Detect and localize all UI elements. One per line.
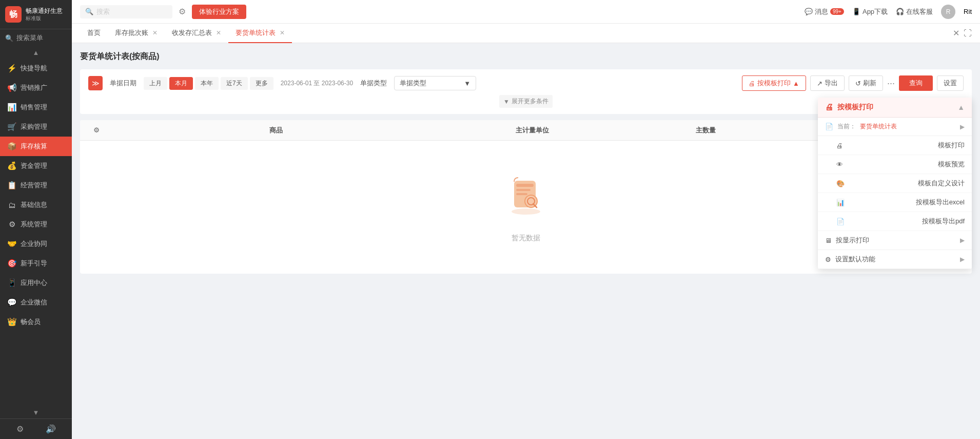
current-chevron-icon: ▶ bbox=[960, 123, 965, 130]
dropdown-item-template-print[interactable]: 🖨 模板打印 bbox=[818, 136, 972, 155]
sidebar-item-wechat[interactable]: 💬 企业微信 bbox=[0, 293, 72, 312]
tab-requisition-stats-close[interactable]: ✕ bbox=[280, 29, 285, 36]
sidebar-search[interactable]: 🔍 搜索菜单 bbox=[0, 29, 72, 47]
tab-maximize-icon[interactable]: ⛶ bbox=[964, 29, 972, 38]
enterprise-icon: 🤝 bbox=[7, 239, 16, 249]
basic-icon: 🗂 bbox=[7, 201, 16, 209]
template-custom-label: 模板自定义设计 bbox=[918, 179, 965, 188]
export-button[interactable]: ↗ 导出 bbox=[810, 75, 845, 91]
settings-button[interactable]: 设置 bbox=[937, 75, 964, 91]
sidebar-item-operations[interactable]: 📋 经营管理 bbox=[0, 176, 72, 195]
query-button[interactable]: 查询 bbox=[899, 75, 933, 91]
expand-more-button[interactable]: ▼ 展开更多条件 bbox=[499, 95, 553, 108]
dropdown-display-print-section[interactable]: 🖥 按显示打印 ▶ bbox=[818, 231, 972, 250]
sidebar-item-label: 基础信息 bbox=[21, 200, 47, 209]
table-col-settings[interactable]: ⚙ bbox=[86, 126, 107, 134]
export-excel-label: 按模板导出excel bbox=[916, 198, 965, 207]
tab-inventory-batch[interactable]: 库存批次账 ✕ bbox=[108, 24, 165, 43]
expand-more-label: 展开更多条件 bbox=[512, 97, 548, 106]
sidebar-scroll-up[interactable]: ▲ bbox=[0, 47, 72, 59]
app-title: 畅康通好生意 bbox=[26, 7, 63, 15]
date-range-display: 2023-06-01 至 2023-06-30 bbox=[281, 79, 353, 88]
sidebar-item-quick-nav[interactable]: ⚡ 快捷导航 bbox=[0, 59, 72, 78]
sidebar-item-enterprise[interactable]: 🤝 企业协同 bbox=[0, 234, 72, 254]
online-service-button[interactable]: 🎧 在线客服 bbox=[896, 7, 933, 16]
display-print-icon: 🖥 bbox=[825, 237, 832, 244]
sidebar-item-purchase[interactable]: 🛒 采购管理 bbox=[0, 117, 72, 137]
sidebar-item-label: 销售管理 bbox=[21, 103, 47, 112]
quick-nav-icon: ⚡ bbox=[7, 64, 16, 73]
filter-expand-button[interactable]: ≫ bbox=[88, 76, 103, 90]
message-label: 消息 bbox=[815, 7, 828, 16]
print-button[interactable]: 🖨 按模板打印 ▲ bbox=[742, 75, 806, 91]
col-quantity: 主数量 bbox=[619, 126, 792, 135]
sidebar-item-sales[interactable]: 📊 销售管理 bbox=[0, 98, 72, 117]
set-default-label: 设置默认功能 bbox=[835, 255, 875, 264]
dropdown-current-section[interactable]: 📄 当前： 要货单统计表 ▶ bbox=[818, 118, 972, 136]
refresh-button[interactable]: ↺ 刷新 bbox=[849, 75, 883, 91]
tab-close-all-icon[interactable]: ✕ bbox=[953, 28, 959, 38]
refresh-icon: ↺ bbox=[855, 80, 861, 87]
sidebar-item-finance[interactable]: 💰 资金管理 bbox=[0, 156, 72, 176]
date-btn-more[interactable]: 更多 bbox=[250, 77, 273, 90]
trial-button[interactable]: 体验行业方案 bbox=[192, 5, 246, 19]
dropdown-header: 🖨 按模板打印 ▲ bbox=[818, 98, 972, 118]
type-filter-select[interactable]: 单据类型 ▼ bbox=[394, 76, 476, 90]
tab-bar-actions: ✕ ⛶ bbox=[953, 28, 972, 38]
footer-speaker-icon[interactable]: 🔊 bbox=[46, 424, 56, 434]
sidebar-scroll-down[interactable]: ▼ bbox=[0, 407, 72, 418]
dropdown-item-template-preview[interactable]: 👁 模板预览 bbox=[818, 155, 972, 174]
date-btn-this-year[interactable]: 本年 bbox=[195, 77, 219, 90]
tab-requisition-stats[interactable]: 要货单统计表 ✕ bbox=[228, 24, 292, 43]
sidebar: 畅 畅康通好生意 标准版 🔍 搜索菜单 ▲ ⚡ 快捷导航 📢 营销推广 📊 销售… bbox=[0, 0, 72, 439]
sales-icon: 📊 bbox=[7, 103, 16, 112]
tab-receipt-summary-close[interactable]: ✕ bbox=[216, 29, 221, 36]
header-search-placeholder: 搜索 bbox=[96, 7, 110, 16]
header-gear-icon[interactable]: ⚙ bbox=[179, 7, 186, 16]
tab-bar: 首页 库存批次账 ✕ 收发存汇总表 ✕ 要货单统计表 ✕ ✕ ⛶ bbox=[72, 24, 980, 43]
empty-text: 暂无数据 bbox=[512, 234, 540, 243]
refresh-btn-label: 刷新 bbox=[863, 79, 876, 88]
dropdown-item-export-excel[interactable]: 📊 按模板导出excel bbox=[818, 193, 972, 212]
sidebar-item-label: 企业协同 bbox=[21, 239, 47, 249]
sidebar-item-label: 新手引导 bbox=[21, 259, 47, 268]
footer-settings-icon[interactable]: ⚙ bbox=[16, 424, 24, 434]
sidebar-item-apps[interactable]: 📱 应用中心 bbox=[0, 273, 72, 293]
tab-home[interactable]: 首页 bbox=[80, 24, 108, 43]
newbie-icon: 🎯 bbox=[7, 259, 16, 268]
online-service-label: 在线客服 bbox=[906, 7, 933, 16]
header-search-bar[interactable]: 🔍 搜索 bbox=[80, 5, 172, 18]
sidebar-item-system[interactable]: ⚙ 系统管理 bbox=[0, 215, 72, 234]
date-btn-last-month[interactable]: 上月 bbox=[144, 77, 167, 90]
avatar[interactable]: R bbox=[941, 5, 955, 19]
sidebar-item-newbie[interactable]: 🎯 新手引导 bbox=[0, 254, 72, 273]
export-excel-icon: 📊 bbox=[836, 199, 845, 206]
export-pdf-label: 按模板导出pdf bbox=[922, 217, 965, 226]
tab-home-label: 首页 bbox=[87, 28, 101, 37]
tab-inventory-batch-label: 库存批次账 bbox=[115, 28, 148, 37]
tab-receipt-summary[interactable]: 收发存汇总表 ✕ bbox=[165, 24, 228, 43]
more-options-icon[interactable]: ··· bbox=[887, 78, 895, 89]
dropdown-close-icon[interactable]: ▲ bbox=[957, 103, 965, 111]
print-btn-label: 按模板打印 bbox=[757, 79, 791, 88]
tab-inventory-batch-close[interactable]: ✕ bbox=[152, 29, 158, 36]
dropdown-item-template-custom[interactable]: 🎨 模板自定义设计 bbox=[818, 174, 972, 193]
app-download-button[interactable]: 📱 App下载 bbox=[852, 7, 888, 16]
logo-text: 畅康通好生意 标准版 bbox=[26, 7, 63, 23]
message-button[interactable]: 💬 消息 99+ bbox=[805, 7, 844, 16]
sidebar-item-inventory[interactable]: 📦 库存核算 bbox=[0, 137, 72, 156]
svg-rect-3 bbox=[516, 189, 531, 191]
dropdown-item-export-pdf[interactable]: 📄 按模板导出pdf bbox=[818, 212, 972, 231]
search-icon: 🔍 bbox=[5, 34, 13, 42]
sidebar-item-member[interactable]: 👑 畅会员 bbox=[0, 312, 72, 332]
date-btn-this-month[interactable]: 本月 bbox=[169, 77, 193, 90]
sidebar-item-marketing[interactable]: 📢 营销推广 bbox=[0, 78, 72, 98]
sidebar-item-basic[interactable]: 🗂 基础信息 bbox=[0, 195, 72, 215]
inventory-icon: 📦 bbox=[7, 142, 16, 151]
main-area: 🔍 搜索 ⚙ 体验行业方案 💬 消息 99+ 📱 App下载 🎧 在线客服 R … bbox=[72, 0, 980, 439]
sidebar-item-label: 应用中心 bbox=[21, 278, 47, 288]
template-custom-icon: 🎨 bbox=[836, 180, 845, 187]
dropdown-set-default-section[interactable]: ⚙ 设置默认功能 ▶ bbox=[818, 250, 972, 269]
date-btn-last-7days[interactable]: 近7天 bbox=[221, 77, 248, 90]
template-print-icon: 🖨 bbox=[836, 142, 843, 149]
